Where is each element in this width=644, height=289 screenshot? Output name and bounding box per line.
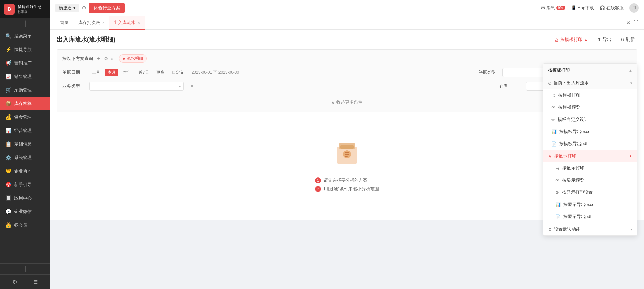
- sales-icon: 📈: [5, 74, 11, 80]
- dropdown-close-icon[interactable]: ▲: [628, 68, 632, 72]
- sidebar-item-operations[interactable]: 📊 经营管理: [0, 124, 50, 137]
- current-icon: ⊙: [548, 81, 552, 86]
- header-gear-icon[interactable]: ⚙: [82, 5, 86, 11]
- tab-batch-close[interactable]: ×: [102, 21, 104, 25]
- chevron-up-icon: ▲: [584, 37, 588, 42]
- filter-tag: ● 流水明细: [119, 54, 147, 63]
- operations-icon: 📊: [5, 128, 11, 134]
- tab-flow-close[interactable]: ×: [138, 21, 140, 25]
- sidebar-item-search[interactable]: 🔍 搜索菜单: [0, 29, 50, 43]
- tab-close-icon[interactable]: ✕: [626, 20, 631, 26]
- dropdown-template-pdf[interactable]: 📄 按模板导出pdf: [543, 138, 637, 150]
- app-download-btn[interactable]: 📱 App下载: [571, 5, 594, 11]
- purchase-icon: 🛒: [5, 87, 11, 93]
- trial-button[interactable]: 体验行业方案: [89, 3, 125, 13]
- tab-flow[interactable]: 出入库流水 ×: [109, 16, 144, 30]
- display-print-icon: 🖨: [555, 166, 560, 171]
- sidebar-item-newbie[interactable]: 🎯 新手引导: [0, 178, 50, 191]
- date-current-month[interactable]: 本月: [105, 69, 118, 76]
- date-current-year[interactable]: 本年: [120, 69, 134, 76]
- page-title-bar: 出入库流水(流水明细) 🖨 按模板打印 ▲ ⬆ 导出 ↻ 刷新: [57, 35, 637, 44]
- sidebar-item-apps[interactable]: 🔲 应用中心: [0, 191, 50, 205]
- empty-steps: 1 请先选择要分析的方案 2 用[过滤]条件来缩小分析范围: [315, 177, 379, 195]
- date-last-month[interactable]: 上月: [89, 69, 103, 76]
- tab-home[interactable]: 首页: [55, 16, 74, 30]
- message-icon: ✉: [541, 5, 545, 10]
- sidebar-item-sales[interactable]: 📈 销售管理: [0, 70, 50, 83]
- search-label: 按以下方案查询: [62, 56, 93, 62]
- dropdown-display-settings[interactable]: ⚙ 按显示打印设置: [543, 186, 637, 199]
- dropdown-display-print[interactable]: 🖨 按显示打印: [543, 162, 637, 174]
- scroll-down-btn[interactable]: [25, 266, 26, 272]
- collapse-conditions-btn[interactable]: ∧ 收起更多条件: [331, 97, 362, 107]
- tab-right-btns: ✕ ⛶: [626, 20, 639, 26]
- display-section-icon: 🖨: [548, 154, 552, 159]
- inventory-icon: 📦: [5, 101, 11, 107]
- messages-btn[interactable]: ✉ 消息 99+: [541, 5, 565, 11]
- date-label: 单据日期: [62, 69, 84, 75]
- newbie-icon: 🎯: [5, 182, 11, 188]
- add-filter-btn[interactable]: ＋: [96, 55, 101, 62]
- display-pdf-icon: 📄: [555, 214, 561, 219]
- sidebar-item-member[interactable]: 👑 畅会员: [0, 218, 50, 232]
- tab-expand-icon[interactable]: ⛶: [633, 20, 639, 26]
- user-dropdown[interactable]: 畅捷通 ▾: [55, 4, 79, 12]
- settings-bottom-icon[interactable]: ⚙: [12, 279, 17, 285]
- tab-batch[interactable]: 库存批次账 ×: [74, 16, 109, 30]
- finance-icon: 💰: [5, 114, 11, 120]
- scroll-up-btn[interactable]: [25, 20, 26, 27]
- service-icon: 🎧: [599, 5, 605, 10]
- sidebar-item-collab[interactable]: 🤝 企业协同: [0, 164, 50, 178]
- sidebar-item-system[interactable]: ⚙️ 系统管理: [0, 151, 50, 164]
- biz-select-wrapper: [89, 82, 184, 91]
- svg-rect-5: [345, 154, 349, 155]
- online-service-btn[interactable]: 🎧 在线客服: [599, 5, 624, 11]
- sidebar-item-wechat[interactable]: 💬 企业微信: [0, 205, 50, 218]
- biz-select[interactable]: [89, 82, 184, 91]
- biz-label: 业务类型: [62, 83, 84, 89]
- dropdown-display-section[interactable]: 🖨 按显示打印 ▲: [543, 150, 637, 162]
- apps-icon: 🔲: [5, 195, 11, 201]
- dropdown-display-excel[interactable]: 📊 按显示导出excel: [543, 199, 637, 211]
- refresh-btn[interactable]: ↻ 刷新: [618, 35, 637, 44]
- date-more[interactable]: 更多: [154, 69, 167, 76]
- empty-icon: [330, 137, 364, 170]
- pdf-icon: 📄: [551, 141, 557, 147]
- date-custom[interactable]: 自定义: [169, 69, 187, 76]
- sidebar: B 畅捷通好生意 标准版 🔍 搜索菜单 ⚡ 快捷导航 📢 营销推广 📈 销售管理…: [0, 0, 50, 289]
- filter-settings-btn[interactable]: ⚙: [104, 56, 108, 61]
- svg-rect-4: [345, 152, 349, 153]
- logo-sub: 标准版: [18, 9, 42, 14]
- svg-rect-6: [345, 156, 348, 157]
- dropdown-template-custom[interactable]: ✏ 模板自定义设计: [543, 113, 637, 126]
- sidebar-item-purchase[interactable]: 🛒 采购管理: [0, 83, 50, 97]
- sidebar-item-base[interactable]: 📋 基础信息: [0, 137, 50, 151]
- user-avatar[interactable]: 用: [629, 3, 639, 13]
- dropdown-display-preview[interactable]: 👁 按显示预览: [543, 174, 637, 186]
- type-label: 单据类型: [478, 69, 500, 75]
- dropdown-display-pdf[interactable]: 📄 按显示导出pdf: [543, 211, 637, 223]
- sidebar-item-finance[interactable]: 💰 资金管理: [0, 110, 50, 124]
- member-icon: 👑: [5, 222, 11, 228]
- biz-chevron-btn[interactable]: ▾: [191, 83, 193, 89]
- date-7days[interactable]: 近7天: [136, 69, 152, 76]
- dropdown-template-excel[interactable]: 📊 按模板导出excel: [543, 126, 637, 138]
- dropdown-default-func[interactable]: ⚙ 设置默认功能 ▾: [543, 223, 637, 235]
- wechat-icon: 💬: [5, 209, 11, 215]
- chevron-down-icon: ▾: [73, 5, 76, 10]
- dropdown-header: 按模板打印 ▲: [543, 64, 637, 77]
- content-area: 出入库流水(流水明细) 🖨 按模板打印 ▲ ⬆ 导出 ↻ 刷新: [50, 30, 644, 289]
- dropdown-current[interactable]: ⊙ 当前：出入库流水 ▾: [543, 77, 637, 89]
- sidebar-item-marketing[interactable]: 📢 营销推广: [0, 56, 50, 70]
- sidebar-item-inventory[interactable]: 📦 库存核算: [0, 97, 50, 110]
- dropdown-template-print[interactable]: 🖨 按模板打印: [543, 89, 637, 101]
- warehouse-label: 仓库: [499, 83, 521, 89]
- collapse-filter-btn[interactable]: «: [111, 56, 114, 61]
- menu-toggle-icon[interactable]: ☰: [33, 279, 38, 285]
- export-btn[interactable]: ⬆ 导出: [595, 35, 614, 44]
- print-template-btn[interactable]: 🖨 按模板打印 ▲: [552, 35, 591, 44]
- tag-icon: ●: [123, 56, 125, 61]
- download-icon: 📱: [571, 5, 576, 10]
- dropdown-template-preview[interactable]: 👁 按模板预览: [543, 101, 637, 113]
- sidebar-item-quick-nav[interactable]: ⚡ 快捷导航: [0, 43, 50, 56]
